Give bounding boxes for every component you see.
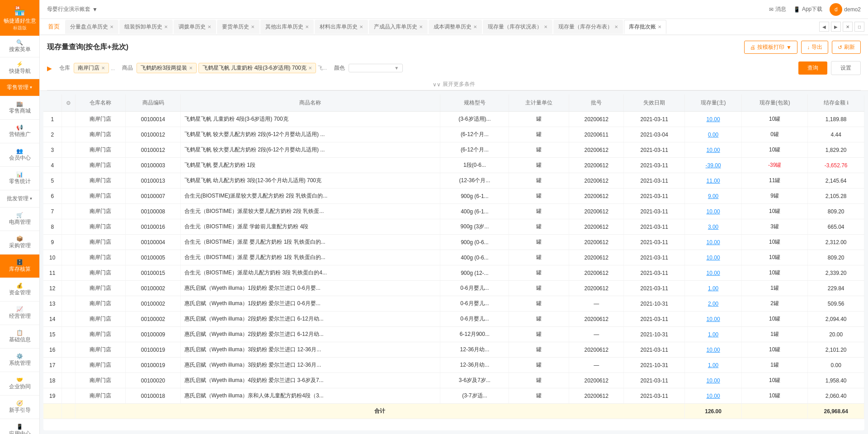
cell-qty-main[interactable]: 2.00 — [685, 296, 742, 311]
sidebar-item-inventory[interactable]: 🗄️ 库存核算 — [0, 255, 39, 278]
tab-close-icon[interactable]: ✕ — [110, 24, 113, 29]
tab-close-icon[interactable]: ✕ — [614, 24, 618, 29]
cell-qty-main[interactable]: 11.00 — [685, 173, 742, 189]
user-menu[interactable]: d demo2 — [830, 3, 861, 16]
cell-code: 00100003 — [126, 158, 180, 173]
color-filter-input[interactable]: ▼ — [349, 64, 403, 72]
tab-qitachukulishi[interactable]: 其他出库单历史 ✕ — [260, 20, 314, 34]
cell-unit: 罐 — [509, 296, 569, 311]
print-btn[interactable]: 🖨 按模板打印 ▼ — [744, 41, 797, 54]
cell-name: 飞鹤星飞帆 较大婴儿配方奶粉 2段(6-12个月婴幼儿适用) ... — [180, 127, 440, 142]
sidebar-item-marketing[interactable]: 📢 营销推广 — [0, 120, 39, 143]
cell-batch: 20200612 — [569, 281, 624, 296]
sidebar-logo[interactable]: 🏪 畅捷通好生意 标题版 — [0, 0, 39, 36]
cell-qty-main[interactable]: 10.00 — [685, 250, 742, 265]
info-icon[interactable]: ℹ — [847, 100, 849, 105]
settings-icon[interactable]: ⚙ — [66, 100, 71, 106]
cell-qty-main[interactable]: 10.00 — [685, 265, 742, 281]
sidebar-item-guide[interactable]: 🧭 新手引导 — [0, 396, 39, 419]
cell-qty-main[interactable]: 1.00 — [685, 327, 742, 342]
filter-more[interactable]: ... — [111, 66, 115, 71]
tab-close-icon[interactable]: ✕ — [164, 24, 168, 29]
tab-close-icon[interactable]: ✕ — [419, 24, 423, 29]
sidebar-item-wholesale[interactable]: 批发管理 ▼ — [0, 190, 39, 208]
cell-balance: 509.56 — [808, 296, 864, 311]
filter-expand-icon[interactable]: ▶ — [47, 65, 52, 72]
tab-close-icon[interactable]: ✕ — [658, 24, 661, 29]
cell-qty-main[interactable]: 3.00 — [685, 219, 742, 235]
query-button[interactable]: 查询 — [798, 61, 827, 75]
tag-close-icon[interactable]: ✕ — [308, 66, 312, 71]
cell-qty-main[interactable]: 10.00 — [685, 342, 742, 358]
sidebar-item-search[interactable]: 🔍 搜索英单 — [0, 36, 39, 57]
cell-qty-main[interactable]: 10.00 — [685, 112, 742, 127]
tab-yaohuo[interactable]: 要货单历史 ✕ — [217, 20, 259, 34]
tab-close-icon[interactable]: ✕ — [544, 24, 547, 29]
tab-cailiaochukulishi[interactable]: 材料出库单历史 ✕ — [315, 20, 368, 34]
cell-qty-main[interactable]: 0.00 — [685, 127, 742, 142]
cell-qty-main[interactable]: 1.00 — [685, 358, 742, 373]
cell-batch: 20200612 — [569, 373, 624, 388]
cell-qty-main[interactable]: 10.00 — [685, 204, 742, 219]
product-tag-2[interactable]: 飞鹤星飞帆 儿童奶粉 4段(3-6岁适用) 700克 ✕ — [198, 63, 316, 73]
sidebar-item-member[interactable]: 👥 会员中心 — [0, 143, 39, 167]
sidebar-item-shop[interactable]: 🏬 零售商城 — [0, 96, 39, 120]
expand-more-btn[interactable]: ∨∨ 展开更多条件 — [47, 79, 861, 90]
warehouse-selector[interactable]: 母婴行业演示账套 ▼ — [47, 5, 98, 13]
tab-maximize-btn[interactable]: □ — [854, 22, 864, 32]
tab-home[interactable]: 首页 — [43, 20, 64, 33]
tag-close-icon[interactable]: ✕ — [101, 66, 105, 71]
tab-diaobodanls[interactable]: 调拨单历史 ✕ — [174, 20, 216, 34]
sidebar-item-collab[interactable]: 🤝 企业协同 — [0, 372, 39, 396]
sidebar-item-nav[interactable]: ⚡ 快捷导航 — [0, 57, 39, 79]
sidebar-item-ecommerce[interactable]: 🛒 电商管理 — [0, 208, 39, 231]
cell-warehouse: 南岸门店 — [75, 142, 126, 158]
tab-zuzhangchaijian[interactable]: 组装拆卸单历史 ✕ — [119, 20, 173, 34]
cell-index: 15 — [43, 327, 61, 342]
cell-qty-main[interactable]: 9.00 — [685, 189, 742, 204]
sidebar-item-apps[interactable]: 📱 应用中心 — [0, 419, 39, 434]
message-btn[interactable]: ✉ 消息 — [769, 5, 786, 13]
tab-close-icon[interactable]: ✕ — [305, 24, 309, 29]
tab-xiancunliang-status[interactable]: 现存量（库存状况表） ✕ — [483, 20, 552, 34]
refresh-btn[interactable]: ↺ 刷新 — [832, 41, 861, 54]
cell-qty-pkg: 10罐 — [741, 373, 807, 388]
tab-close-icon[interactable]: ✕ — [473, 24, 477, 29]
cell-qty-main[interactable]: 10.00 — [685, 235, 742, 250]
sidebar-item-basic[interactable]: 📋 基础信息 — [0, 325, 39, 349]
tab-fenliangpandian[interactable]: 分量盘点单历史 ✕ — [65, 20, 118, 34]
product-filter-more[interactable]: 飞... — [318, 65, 327, 71]
tab-close-icon[interactable]: ✕ — [359, 24, 363, 29]
tab-close-icon[interactable]: ✕ — [251, 24, 255, 29]
sidebar-item-operation[interactable]: 📈 经营管理 — [0, 302, 39, 325]
cell-qty-pkg: 10罐 — [741, 235, 807, 250]
cell-qty-main[interactable]: 10.00 — [685, 142, 742, 158]
sidebar-item-finance[interactable]: 💰 资金管理 — [0, 278, 39, 302]
tab-chenbenls[interactable]: 成本调整单历史 ✕ — [429, 20, 482, 34]
cell-qty-main[interactable]: 1.00 — [685, 281, 742, 296]
tab-close-all-btn[interactable]: ✕ — [843, 22, 853, 32]
cell-qty-main[interactable]: 10.00 — [685, 373, 742, 388]
set-button[interactable]: 设置 — [831, 61, 861, 75]
cell-qty-main[interactable]: 10.00 — [685, 388, 742, 404]
cell-name: 惠氏启赋（Wyeth illuma）1段奶粉 爱尔兰进口 0-6月婴... — [180, 296, 440, 311]
app-download-btn[interactable]: 📱 App下载 — [793, 5, 822, 13]
tab-kucunpici[interactable]: 库存批次账 ✕ — [624, 20, 666, 34]
col-settings[interactable]: ⚙ — [61, 94, 75, 112]
warehouse-tag[interactable]: 南岸门店 ✕ — [74, 63, 109, 73]
sidebar-item-retail-stats[interactable]: 📊 零售统计 — [0, 167, 39, 190]
tab-prev-btn[interactable]: ◀ — [819, 22, 829, 32]
sidebar-item-system[interactable]: ⚙️ 系统管理 — [0, 349, 39, 372]
cell-code: 00100020 — [126, 373, 180, 388]
export-btn[interactable]: ↓ 导出 — [801, 41, 828, 54]
cell-qty-main[interactable]: -39.00 — [685, 158, 742, 173]
tab-close-icon[interactable]: ✕ — [208, 24, 211, 29]
cell-qty-main[interactable]: 10.00 — [685, 311, 742, 327]
sidebar-item-retail[interactable]: 零售管理 ▼ — [0, 79, 39, 96]
tab-xiancunliang-dist[interactable]: 现存量（库存分布表） ✕ — [553, 20, 623, 34]
tag-close-icon[interactable]: ✕ — [189, 66, 193, 71]
product-tag-1[interactable]: 飞鹤奶粉3段两提装 ✕ — [137, 63, 197, 73]
sidebar-item-purchase[interactable]: 📦 采购管理 — [0, 231, 39, 255]
tab-chancheng[interactable]: 产成品入库单历史 ✕ — [369, 20, 428, 34]
tab-next-btn[interactable]: ▶ — [831, 22, 841, 32]
